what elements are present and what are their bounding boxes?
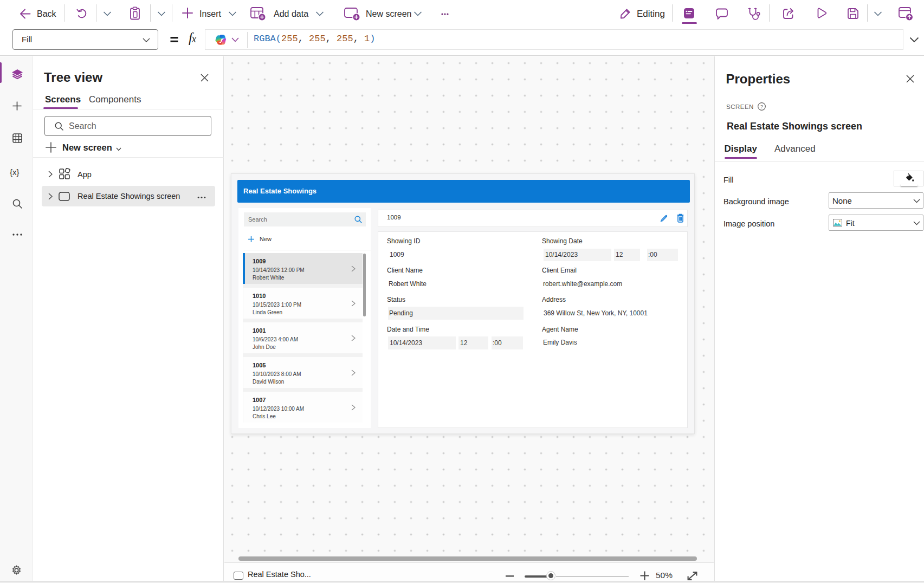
svg-text:?: ? (760, 104, 763, 109)
